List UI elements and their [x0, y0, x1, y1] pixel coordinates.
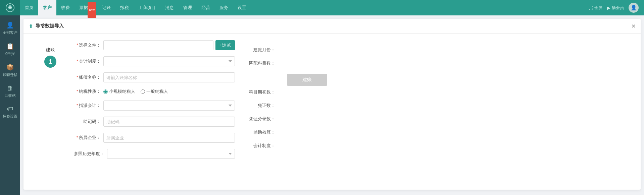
auxiliary-label: 辅助核算： [245, 129, 275, 135]
company-row: *所属企业： [74, 133, 235, 143]
nav-right: ⛶ 全屏 ▶ 畅会员 👤 [589, 3, 644, 13]
voucher-count-row: 凭证数： [245, 103, 339, 109]
dialog-panel: ⬆ 导爷数据导入 × 建账 1 *选择文件 [23, 19, 641, 190]
nav-item-billing[interactable]: 收费 [56, 0, 75, 15]
nav-item-operation[interactable]: 经营 [197, 0, 215, 15]
fullscreen-btn[interactable]: ⛶ 全屏 [589, 5, 602, 11]
period-initial-row: 科目期初数： [245, 89, 339, 95]
auxiliary-row: 辅助核算： [245, 129, 339, 135]
dialog-title: 导爷数据导入 [36, 23, 64, 29]
match-subjects-label: 匹配科目数： [245, 60, 275, 66]
content-area: ⬆ 导爷数据导入 × 建账 1 *选择文件 [20, 15, 644, 195]
sidebar-item-tags-label: 标签设置 [3, 114, 17, 119]
assign-accountant-row: *指派会计： [74, 101, 235, 111]
file-label: *选择文件： [74, 42, 101, 48]
tax-general-radio[interactable] [141, 89, 145, 94]
nav-item-invoice[interactable]: 票据 new [75, 0, 97, 15]
nav-items: 首页 客户 收费 票据 new 记账 报税 工商项目 消息 管理 经营 服务 设… [20, 0, 589, 15]
step-circle: 1 [44, 56, 56, 68]
dialog-close-button[interactable]: × [632, 23, 635, 30]
history-year-row: 参照历史年度： [74, 149, 235, 159]
sidebar-item-migrate[interactable]: 📦 账套迁移 [0, 60, 20, 81]
nav-item-manage[interactable]: 管理 [179, 0, 197, 15]
tax-small-radio[interactable] [103, 89, 108, 94]
nav-item-customers[interactable]: 客户 [38, 0, 56, 15]
top-nav: 首页 客户 收费 票据 new 记账 报税 工商项目 消息 管理 经营 服务 设… [0, 0, 644, 15]
voucher-entries-label: 凭证分录数： [245, 116, 275, 122]
nav-item-commerce[interactable]: 工商项目 [134, 0, 160, 15]
history-year-select[interactable] [107, 149, 235, 159]
company-input[interactable] [103, 133, 235, 143]
accounting-system2-row: 会计制度： [245, 143, 339, 149]
company-label: *所属企业： [74, 135, 101, 141]
sidebar-item-recycle[interactable]: 🗑 回收站 [0, 81, 20, 102]
recycle-icon: 🗑 [7, 85, 13, 92]
form-column: *选择文件： +浏览 *会计制度： [74, 40, 235, 165]
sidebar-item-zero-declare[interactable]: 📋 0申报 [0, 39, 20, 60]
sidebar-item-migrate-label: 账套迁移 [3, 72, 17, 77]
file-select-row: *选择文件： +浏览 [74, 40, 235, 50]
nav-item-message[interactable]: 消息 [160, 0, 179, 15]
accounting-system2-label: 会计制度： [245, 143, 275, 149]
avatar[interactable]: 👤 [629, 3, 639, 13]
period-initial-label: 科目期初数： [245, 89, 275, 95]
file-path-input[interactable] [103, 40, 213, 50]
tags-icon: 🏷 [7, 106, 13, 113]
fullscreen-label: 全屏 [594, 5, 602, 11]
nav-item-service[interactable]: 服务 [215, 0, 233, 15]
browse-button[interactable]: +浏览 [215, 40, 235, 50]
member-btn[interactable]: ▶ 畅会员 [607, 5, 624, 11]
build-month-label: 建账月份： [245, 47, 275, 53]
tax-type-radio-group: 小规模纳税人 一般纳税人 [103, 88, 235, 94]
voucher-entries-row: 凭证分录数： [245, 116, 339, 122]
migrate-icon: 📦 [6, 64, 14, 71]
sidebar-item-recycle-label: 回收站 [5, 93, 16, 98]
step-label: 建账 [46, 47, 55, 53]
all-customers-icon: 👤 [6, 21, 14, 29]
build-btn-area: 建账 [275, 74, 339, 86]
info-column: 建账月份： 匹配科目数： 建账 科目期初数： [245, 40, 339, 165]
nav-item-home[interactable]: 首页 [20, 0, 38, 15]
sidebar: 👤 全部客户 📋 0申报 📦 账套迁移 🗑 回收站 🏷 标签设置 [0, 15, 20, 195]
tax-small-scale[interactable]: 小规模纳税人 [103, 88, 135, 94]
voucher-count-label: 凭证数： [245, 103, 275, 109]
nav-item-settings[interactable]: 设置 [233, 0, 251, 15]
ledger-name-label: *账簿名称： [74, 74, 101, 80]
assign-accountant-select[interactable] [103, 101, 235, 111]
main-layout: 👤 全部客户 📋 0申报 📦 账套迁移 🗑 回收站 🏷 标签设置 ⬆ 导爷数据导… [0, 15, 644, 195]
memo-row: 助记码： [74, 117, 235, 127]
member-label: 畅会员 [612, 5, 624, 11]
nav-logo[interactable] [0, 0, 20, 15]
dialog-header: ⬆ 导爷数据导入 × [23, 19, 641, 34]
new-badge: new [88, 2, 96, 18]
ledger-name-row: *账簿名称： [74, 72, 235, 82]
build-month-row: 建账月份： [245, 47, 339, 53]
zero-declare-icon: 📋 [6, 43, 14, 50]
step-column: 建账 1 [37, 40, 64, 165]
build-account-button[interactable]: 建账 [287, 74, 327, 86]
tax-type-label: *纳税性质： [74, 88, 101, 94]
tax-type-row: *纳税性质： 小规模纳税人 一般纳税人 [74, 88, 235, 94]
nav-item-tax[interactable]: 报税 [115, 0, 134, 15]
accounting-system-row: *会计制度： [74, 56, 235, 66]
avatar-icon: 👤 [631, 5, 637, 11]
tax-general[interactable]: 一般纳税人 [141, 88, 168, 94]
memo-label: 助记码： [74, 119, 101, 125]
dialog-body: 建账 1 *选择文件： +浏览 [23, 34, 641, 172]
video-icon: ▶ [607, 5, 610, 10]
upload-icon: ⬆ [29, 23, 33, 29]
assign-accountant-label: *指派会计： [74, 103, 101, 109]
sidebar-item-all-customers-label: 全部客户 [3, 30, 17, 35]
history-year-label: 参照历史年度： [74, 151, 104, 157]
sidebar-item-all-customers[interactable]: 👤 全部客户 [0, 18, 20, 39]
ledger-name-input[interactable] [103, 72, 235, 82]
sidebar-item-zero-declare-label: 0申报 [5, 51, 15, 56]
nav-item-bookkeeping[interactable]: 记账 [97, 0, 115, 15]
fullscreen-icon: ⛶ [589, 5, 593, 10]
sidebar-item-tags[interactable]: 🏷 标签设置 [0, 102, 20, 122]
file-input-area: +浏览 [103, 40, 235, 50]
match-subjects-row: 匹配科目数： [245, 60, 339, 66]
memo-input[interactable] [103, 117, 235, 127]
accounting-system-select[interactable] [103, 56, 235, 66]
accounting-system-label: *会计制度： [74, 58, 101, 64]
